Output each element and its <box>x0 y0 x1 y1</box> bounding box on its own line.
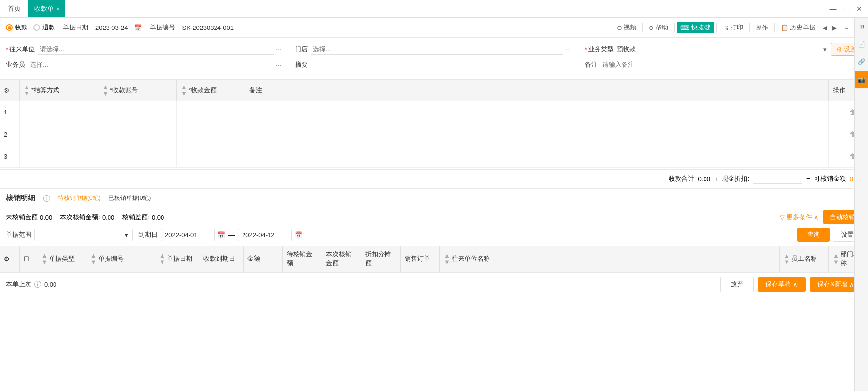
date-start-input[interactable] <box>161 229 215 241</box>
summary-input[interactable] <box>311 59 572 70</box>
td-amount-1[interactable] <box>177 101 245 123</box>
cal-start-icon[interactable]: 📅 <box>217 231 225 239</box>
nav-arrows: ◀ ▶ <box>820 23 839 32</box>
current-amount-label: 本次核销金额 <box>326 250 357 268</box>
sidebar-table-icon[interactable]: ⊞ <box>854 18 868 35</box>
counterpart-more-icon[interactable]: ··· <box>274 45 284 53</box>
form-area: * 往来单位 ··· 门店 ··· * 业务类型 预收款 ▾ ⚙ <box>0 38 868 80</box>
receipt-type-group: 收款 退款 <box>6 23 55 32</box>
business-type-arrow[interactable]: ▾ <box>823 46 827 53</box>
tab-home[interactable]: 首页 <box>0 0 28 17</box>
print-btn[interactable]: 🖨 打印 <box>719 22 747 33</box>
done-tab[interactable]: 已核销单据(0笔) <box>108 194 151 202</box>
section-title: 核销明细 <box>6 194 35 203</box>
list-view-btn[interactable]: ≡ <box>842 23 851 32</box>
number-field: 单据编号 SK-20230324-001 <box>150 23 234 32</box>
th-settlement: ▲▼ *结算方式 <box>20 80 98 101</box>
video-btn[interactable]: ⊙ 视频 <box>613 22 640 33</box>
radio-receive[interactable]: 收款 <box>6 23 27 32</box>
row-num-3: 3 <box>4 153 7 160</box>
cal-end-icon[interactable]: 📅 <box>295 231 302 239</box>
divider-2 <box>674 23 675 32</box>
close-icon[interactable]: ✕ <box>854 4 864 14</box>
radio-refund[interactable]: 退款 <box>33 23 55 32</box>
settlement-label: *结算方式 <box>31 86 59 95</box>
remark-field: 备注 <box>585 59 862 70</box>
filter-row: 单据范围 ▾ 到期日 📅 — 📅 查询 设置 <box>0 228 868 246</box>
table-rows: 1 🗑 ⧉ 2 🗑 ⧉ <box>0 101 868 169</box>
tab-close-icon[interactable]: × <box>56 6 59 12</box>
tab-active[interactable]: 收款单 × <box>28 0 65 17</box>
range-label: 单据范围 <box>6 230 31 239</box>
window-controls: — □ ✕ <box>828 0 864 17</box>
summary-field: 摘要 <box>295 59 572 70</box>
help-btn[interactable]: ⊙ 帮助 <box>645 22 672 33</box>
staff-more-icon[interactable]: ··· <box>274 61 284 69</box>
bth-amount: 金额 <box>244 246 283 272</box>
counterpart-input[interactable] <box>38 44 274 55</box>
amount-label: *收款金额 <box>189 86 217 95</box>
date-value: 2023-03-24 <box>95 24 128 31</box>
bth-current-amount: 本次核销金额 <box>322 246 361 272</box>
next-arrow[interactable]: ▶ <box>830 23 839 32</box>
number-value: SK-20230324-001 <box>182 24 234 31</box>
operations-btn[interactable]: 操作 <box>752 22 772 33</box>
footer-info-icon[interactable]: ℹ <box>34 281 41 288</box>
discount-input[interactable] <box>753 174 802 184</box>
remark-input[interactable] <box>600 59 862 70</box>
discard-btn[interactable]: 放弃 <box>720 277 754 292</box>
staff-label: 业务员 <box>6 60 25 69</box>
td-settlement-1[interactable] <box>20 101 98 123</box>
more-filter-btn[interactable]: ▽ 更多条件 ∧ <box>780 213 819 222</box>
sort-counterpart: ▲▼ <box>444 252 450 265</box>
sidebar-capture-icon[interactable]: 📸 <box>855 71 868 88</box>
td-remark-3[interactable] <box>245 145 829 167</box>
current-stat: 本次核销金额: 0.00 <box>60 213 114 222</box>
minimize-icon[interactable]: — <box>828 4 839 14</box>
sum-row: 收款合计 0.00 + 现金折扣: = 可核销金额 0.00 <box>0 169 868 188</box>
net-label: 可核销金额 <box>814 174 846 183</box>
staff-input[interactable] <box>28 59 274 70</box>
th-settings[interactable]: ⚙ <box>0 80 20 101</box>
td-account-1[interactable] <box>98 101 177 123</box>
save-draft-btn[interactable]: 保存草稿 ∧ <box>758 277 806 292</box>
date-end-input[interactable] <box>238 229 292 241</box>
right-sidebar: ⊞ 📄 🔗 📸 <box>854 18 868 391</box>
td-num-3: 3 <box>0 145 20 167</box>
td-amount-3[interactable] <box>177 145 245 167</box>
form-row-2: 业务员 ··· 摘要 备注 <box>6 59 862 70</box>
sort-doc-date: ▲▼ <box>159 252 165 265</box>
this-run-label: 本单上次 <box>6 280 31 289</box>
td-account-2[interactable] <box>98 123 177 145</box>
td-remark-1[interactable] <box>245 101 829 123</box>
td-settlement-3[interactable] <box>20 145 98 167</box>
pending-tab[interactable]: 待核销单据(0笔) <box>58 194 101 202</box>
current-value: 0.00 <box>102 214 114 221</box>
bth-doc-date: ▲▼ 单据日期 <box>155 246 199 272</box>
sidebar-doc-icon[interactable]: 📄 <box>854 35 868 53</box>
help-label: 帮助 <box>655 23 668 32</box>
this-run-value: 0.00 <box>44 281 56 288</box>
info-icon[interactable]: i <box>43 195 50 202</box>
bth-settings[interactable]: ⚙ <box>0 246 20 272</box>
td-remark-2[interactable] <box>245 123 829 145</box>
date-range-field: 到期日 📅 — 📅 <box>138 229 302 241</box>
td-settlement-2[interactable] <box>20 123 98 145</box>
store-more-icon[interactable]: ··· <box>563 45 573 53</box>
shortcut-btn[interactable]: ⌨ 快捷键 <box>677 22 714 33</box>
plus-sign: + <box>714 175 718 183</box>
th-amount: ▲▼ *收款金额 <box>177 80 245 101</box>
page-footer: 本单上次 ℹ 0.00 放弃 保存草稿 ∧ 保存&新增 ∧ <box>0 272 868 296</box>
history-btn[interactable]: 📋 历史单据 <box>777 22 819 33</box>
maximize-icon[interactable]: □ <box>842 4 850 14</box>
store-input[interactable] <box>311 44 563 55</box>
sort-doc-type: ▲▼ <box>41 252 48 265</box>
td-amount-2[interactable] <box>177 123 245 145</box>
td-account-3[interactable] <box>98 145 177 167</box>
query-btn[interactable]: 查询 <box>797 228 830 242</box>
bth-checkbox[interactable]: ☐ <box>20 246 37 272</box>
calendar-icon[interactable]: 📅 <box>134 24 142 31</box>
range-select[interactable]: ▾ <box>34 229 133 241</box>
prev-arrow[interactable]: ◀ <box>820 23 829 32</box>
sidebar-link-icon[interactable]: 🔗 <box>854 53 868 71</box>
